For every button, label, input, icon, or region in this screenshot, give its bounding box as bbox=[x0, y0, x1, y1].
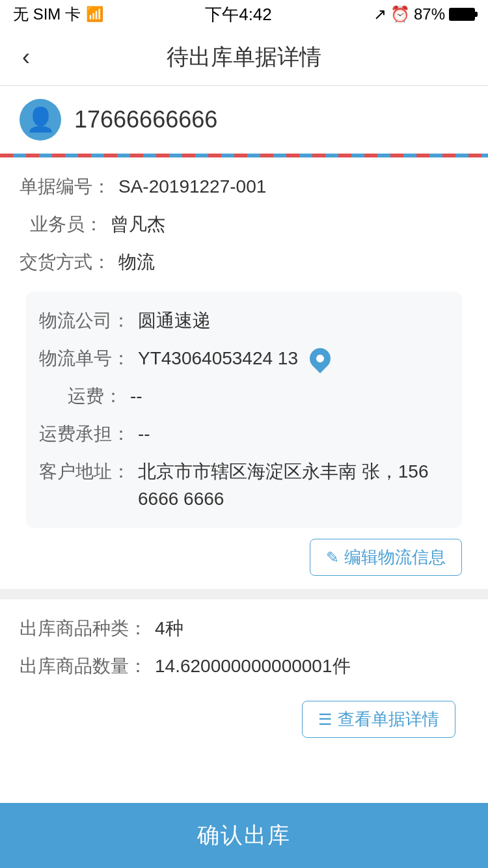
freight-bearer-value: -- bbox=[138, 420, 449, 448]
order-info-section: 单据编号： SA-20191227-001 业务员： 曾凡杰 交货方式： 物流 bbox=[0, 157, 488, 292]
logistics-card: 物流公司： 圆通速递 物流单号： YT43064053424 13 运费： --… bbox=[26, 292, 462, 528]
order-no-value: SA-20191227-001 bbox=[118, 173, 468, 200]
status-right: ↗ ⏰ 87% bbox=[373, 5, 475, 23]
product-type-row: 出库商品种类： 4种 bbox=[20, 615, 468, 642]
confirm-outbound-button[interactable]: 确认出库 bbox=[197, 821, 291, 850]
tracking-no-label: 物流单号： bbox=[39, 345, 138, 372]
address-row: 客户地址： 北京市市辖区海淀区永丰南 张，156 6666 6666 bbox=[39, 458, 449, 513]
product-type-label: 出库商品种类： bbox=[20, 615, 155, 642]
sales-person-value: 曾凡杰 bbox=[111, 211, 468, 238]
location-icon[interactable] bbox=[305, 344, 334, 373]
wifi-icon: 📶 bbox=[86, 6, 103, 23]
alarm-icon: ⏰ bbox=[390, 5, 410, 23]
back-button[interactable]: ‹ bbox=[16, 37, 36, 77]
product-qty-value: 14.620000000000001件 bbox=[155, 653, 468, 680]
edit-logistics-label: 编辑物流信息 bbox=[344, 546, 446, 569]
view-detail-label: 查看单据详情 bbox=[338, 708, 439, 731]
sales-person-row: 业务员： 曾凡杰 bbox=[20, 211, 468, 238]
gray-divider-1 bbox=[0, 589, 488, 599]
freight-label: 运费： bbox=[39, 383, 130, 410]
status-left: 无 SIM 卡 📶 bbox=[13, 4, 103, 25]
delivery-method-row: 交货方式： 物流 bbox=[20, 249, 468, 276]
avatar: 👤 bbox=[20, 99, 61, 141]
carrier-text: 无 SIM 卡 bbox=[13, 4, 81, 25]
view-detail-area: ☰ 查看单据详情 bbox=[20, 690, 468, 751]
freight-bearer-label: 运费承担： bbox=[39, 420, 138, 448]
time-display: 下午4:42 bbox=[205, 3, 272, 26]
view-detail-button[interactable]: ☰ 查看单据详情 bbox=[302, 701, 455, 738]
product-qty-label: 出库商品数量： bbox=[20, 653, 155, 680]
confirm-btn-wrap: 确认出库 bbox=[0, 803, 488, 868]
nav-bar: ‹ 待出库单据详情 bbox=[0, 29, 488, 86]
user-icon: 👤 bbox=[26, 106, 55, 133]
page-title: 待出库单据详情 bbox=[167, 42, 321, 72]
product-qty-row: 出库商品数量： 14.620000000000001件 bbox=[20, 653, 468, 680]
status-bar: 无 SIM 卡 📶 下午4:42 ↗ ⏰ 87% bbox=[0, 0, 488, 29]
order-no-row: 单据编号： SA-20191227-001 bbox=[20, 173, 468, 200]
address-value: 北京市市辖区海淀区永丰南 张，156 6666 6666 bbox=[138, 458, 449, 513]
edit-icon: ✎ bbox=[326, 549, 339, 567]
tracking-no-value: YT43064053424 13 bbox=[138, 345, 449, 372]
logistics-company-row: 物流公司： 圆通速递 bbox=[39, 307, 449, 334]
sales-person-label: 业务员： bbox=[20, 211, 111, 238]
edit-logistics-button[interactable]: ✎ 编辑物流信息 bbox=[310, 539, 462, 576]
logistics-company-value: 圆通速递 bbox=[138, 307, 449, 334]
order-no-label: 单据编号： bbox=[20, 173, 118, 200]
list-icon: ☰ bbox=[318, 711, 332, 729]
freight-row: 运费： -- bbox=[39, 383, 449, 410]
battery-text: 87% bbox=[414, 5, 445, 23]
delivery-method-value: 物流 bbox=[118, 249, 468, 276]
freight-value: -- bbox=[130, 383, 449, 410]
logistics-company-label: 物流公司： bbox=[39, 307, 138, 334]
outbound-section: 出库商品种类： 4种 出库商品数量： 14.620000000000001件 ☰… bbox=[0, 599, 488, 766]
freight-bearer-row: 运费承担： -- bbox=[39, 420, 449, 448]
product-type-value: 4种 bbox=[155, 615, 468, 642]
battery-icon bbox=[449, 8, 475, 21]
delivery-method-label: 交货方式： bbox=[20, 249, 118, 276]
customer-header: 👤 17666666666 bbox=[0, 86, 488, 154]
address-label: 客户地址： bbox=[39, 458, 138, 485]
edit-logistics-area: ✎ 编辑物流信息 bbox=[13, 528, 475, 589]
customer-phone: 17666666666 bbox=[74, 106, 217, 133]
tracking-no-row: 物流单号： YT43064053424 13 bbox=[39, 345, 449, 372]
location-status-icon: ↗ bbox=[373, 5, 386, 23]
